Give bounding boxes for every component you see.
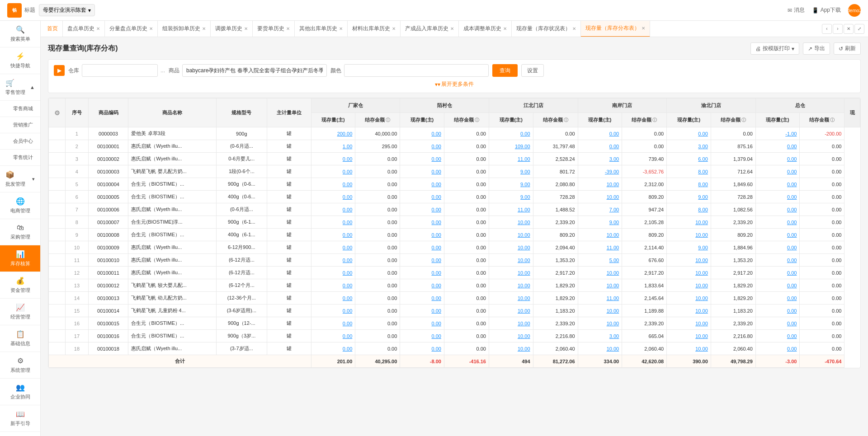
row-val-4[interactable]: 10.00 (489, 330, 533, 342)
tab-inventory-status[interactable]: 现存量（库存状况表） ✕ (512, 21, 581, 37)
qty-link[interactable]: 10.00 (518, 220, 530, 225)
qty-link[interactable]: 0.00 (787, 258, 797, 263)
qty-link[interactable]: 0.00 (787, 144, 797, 149)
app-download-btn[interactable]: 📱 App下载 (812, 6, 841, 14)
qty-link[interactable]: 8.00 (698, 207, 708, 212)
row-val-0[interactable]: 0.00 (311, 241, 355, 254)
qty-link[interactable]: 0.00 (431, 144, 441, 149)
gear-icon[interactable]: ⚙ (54, 109, 60, 117)
qty-link[interactable]: 0.00 (343, 182, 352, 187)
refresh-btn[interactable]: ↺ 刷新 (834, 42, 861, 55)
row-val-10[interactable]: 0.00 (755, 267, 800, 279)
th-gear[interactable]: ⚙ (49, 98, 66, 127)
row-val-4[interactable]: 10.00 (489, 267, 533, 279)
qty-link[interactable]: 0.00 (343, 346, 352, 352)
row-val-10[interactable]: 0.00 (755, 178, 800, 191)
row-val-6[interactable]: 0.00 (578, 140, 622, 153)
row-val-0[interactable]: 0.00 (311, 254, 355, 267)
row-val-4[interactable]: 9.00 (489, 191, 533, 203)
qty-link[interactable]: 10.00 (607, 321, 619, 326)
row-val-2[interactable]: 0.00 (400, 305, 444, 317)
row-val-4[interactable]: 10.00 (489, 292, 533, 305)
row-val-2[interactable]: 0.00 (400, 254, 444, 267)
qty-link[interactable]: 10.00 (695, 295, 708, 301)
row-val-4[interactable]: 10.00 (489, 317, 533, 330)
qty-link[interactable]: 0.00 (343, 295, 352, 301)
qty-link[interactable]: 0.00 (343, 270, 352, 276)
row-val-10[interactable]: 0.00 (755, 191, 800, 203)
qty-link[interactable]: 10.00 (695, 220, 708, 225)
qty-link[interactable]: 10.00 (607, 283, 619, 288)
row-val-10[interactable]: -1.00 (755, 127, 800, 140)
qty-link[interactable]: 0.00 (343, 156, 352, 162)
sidebar-item-basic[interactable]: 📋 基础信息 (0, 325, 40, 352)
row-val-2[interactable]: 0.00 (400, 342, 444, 355)
qty-link[interactable]: 10.00 (607, 308, 619, 314)
qty-link[interactable]: 10.00 (518, 321, 530, 326)
qty-link[interactable]: 3.00 (698, 144, 708, 149)
qty-link[interactable]: 0.00 (787, 321, 797, 326)
row-val-8[interactable]: 0.00 (667, 127, 711, 140)
print-btn[interactable]: 🖨 按模版打印 ▾ (750, 42, 799, 55)
qty-link[interactable]: 0.00 (787, 308, 797, 314)
tab-nav-next[interactable]: › (833, 24, 843, 34)
row-val-4[interactable]: 0.00 (489, 127, 533, 140)
qty-link[interactable]: 0.00 (787, 295, 797, 301)
row-val-4[interactable]: 10.00 (489, 254, 533, 267)
color-input[interactable] (344, 64, 489, 77)
qty-link[interactable]: 9.00 (698, 245, 708, 250)
qty-link[interactable]: 11.00 (607, 245, 619, 250)
sidebar-item-retail-mall[interactable]: 零售商城 (0, 101, 40, 117)
sidebar-item-finance[interactable]: 💰 资金管理 (0, 272, 40, 299)
row-val-2[interactable]: 0.00 (400, 165, 444, 178)
row-val-2[interactable]: 0.00 (400, 140, 444, 153)
qty-link[interactable]: 0.00 (431, 245, 441, 250)
qty-link[interactable]: 0.00 (343, 333, 352, 339)
qty-link[interactable]: 11.00 (607, 295, 619, 301)
setting-btn[interactable]: 设置 (521, 64, 544, 77)
row-val-4[interactable]: 11.00 (489, 203, 533, 216)
row-val-2[interactable]: 0.00 (400, 330, 444, 342)
qty-link[interactable]: 10.00 (695, 333, 708, 339)
qty-link[interactable]: 0.00 (431, 308, 441, 314)
row-val-10[interactable]: 0.00 (755, 342, 800, 355)
qty-link[interactable]: 0.00 (787, 333, 797, 339)
row-val-6[interactable]: 0.00 (578, 127, 622, 140)
qty-link[interactable]: 0.00 (787, 207, 797, 212)
row-val-6[interactable]: 10.00 (578, 229, 622, 241)
row-val-0[interactable]: 1.00 (311, 140, 355, 153)
qty-link[interactable]: 10.00 (518, 245, 530, 250)
qty-link[interactable]: 10.00 (518, 232, 530, 238)
goods-input[interactable] (182, 64, 327, 77)
sidebar-item-system[interactable]: ⚙ 系统管理 (0, 352, 40, 379)
row-val-8[interactable]: 8.00 (667, 203, 711, 216)
qty-link[interactable]: 8.00 (698, 169, 708, 174)
qty-link[interactable]: 0.00 (431, 333, 441, 339)
tab-close-icon[interactable]: ✕ (96, 26, 100, 31)
tab-close-icon[interactable]: ✕ (572, 26, 576, 31)
tab-nav-close-all[interactable]: ✕ (844, 24, 854, 34)
export-btn[interactable]: ↗ 导出 (803, 42, 830, 55)
row-val-0[interactable]: 0.00 (311, 267, 355, 279)
tab-close-icon[interactable]: ✕ (339, 26, 343, 31)
user-menu-btn[interactable]: demo2 (848, 4, 861, 17)
row-val-6[interactable]: 10.00 (578, 342, 622, 355)
tab-home[interactable]: 首页 (42, 21, 63, 37)
row-val-8[interactable]: 10.00 (667, 317, 711, 330)
tab-product-in[interactable]: 产成品入库单历史 ✕ (401, 21, 459, 37)
row-val-8[interactable]: 9.00 (667, 191, 711, 203)
row-val-10[interactable]: 0.00 (755, 140, 800, 153)
row-val-0[interactable]: 0.00 (311, 317, 355, 330)
qty-link[interactable]: 0.00 (787, 245, 797, 250)
qty-link[interactable]: 0.00 (431, 346, 441, 352)
tab-close-icon[interactable]: ✕ (244, 26, 248, 31)
info-icon[interactable]: ⓘ (652, 117, 657, 122)
row-val-6[interactable]: 11.00 (578, 241, 622, 254)
row-val-8[interactable]: 10.00 (667, 254, 711, 267)
qty-link[interactable]: 0.00 (787, 346, 797, 352)
row-val-0[interactable]: 0.00 (311, 191, 355, 203)
qty-link[interactable]: 0.00 (343, 207, 352, 212)
qty-link[interactable]: 0.00 (787, 232, 797, 238)
filter-toggle-btn[interactable]: ▶ (54, 65, 65, 76)
row-val-8[interactable]: 9.00 (667, 241, 711, 254)
